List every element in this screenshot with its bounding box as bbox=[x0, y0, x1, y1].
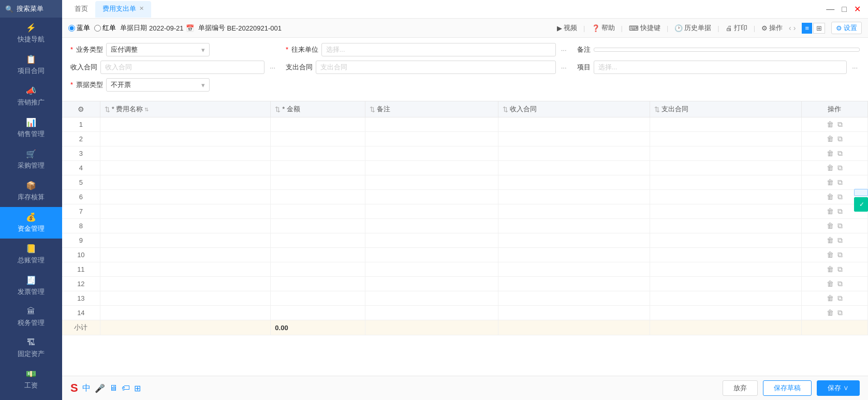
radio-red[interactable] bbox=[94, 25, 101, 32]
copy-row-btn[interactable]: ⧉ bbox=[837, 120, 843, 128]
copy-row-btn[interactable]: ⧉ bbox=[837, 236, 843, 244]
row-name[interactable] bbox=[100, 262, 271, 277]
row-amount[interactable] bbox=[271, 219, 365, 233]
grid-icon[interactable]: ⊞ bbox=[134, 383, 141, 393]
row-amount[interactable] bbox=[271, 248, 365, 262]
partner-dots-btn[interactable]: ··· bbox=[559, 46, 569, 54]
sidebar-item-ledger[interactable]: 📒 总账管理 bbox=[0, 239, 62, 270]
row-income[interactable] bbox=[498, 306, 650, 320]
row-amount[interactable] bbox=[271, 175, 365, 190]
delete-row-btn[interactable]: 🗑 bbox=[827, 236, 834, 244]
row-expense[interactable] bbox=[650, 291, 801, 306]
delete-row-btn[interactable]: 🗑 bbox=[827, 178, 834, 186]
remark-input[interactable] bbox=[594, 48, 860, 52]
sidebar-item-fixed-assets[interactable]: 🏗 固定资产 bbox=[0, 333, 62, 364]
copy-row-btn[interactable]: ⧉ bbox=[837, 207, 843, 215]
row-income[interactable] bbox=[498, 233, 650, 248]
copy-row-btn[interactable]: ⧉ bbox=[837, 164, 843, 172]
delete-row-btn[interactable]: 🗑 bbox=[827, 120, 834, 128]
row-name[interactable] bbox=[100, 175, 271, 190]
row-amount[interactable] bbox=[271, 306, 365, 320]
attachment-btn[interactable]: 附件 bbox=[854, 189, 868, 196]
project-dots[interactable]: ··· bbox=[850, 64, 860, 71]
row-expense[interactable] bbox=[650, 146, 801, 161]
copy-row-btn[interactable]: ⧉ bbox=[837, 308, 843, 317]
row-name[interactable] bbox=[100, 204, 271, 219]
row-expense[interactable] bbox=[650, 132, 801, 146]
delete-row-btn[interactable]: 🗑 bbox=[827, 279, 834, 288]
expense-contract-input[interactable]: 支出合同 bbox=[316, 61, 556, 74]
draft-btn[interactable]: 保存草稿 bbox=[763, 380, 812, 396]
row-income[interactable] bbox=[498, 175, 650, 190]
row-remark[interactable] bbox=[365, 190, 498, 204]
row-remark[interactable] bbox=[365, 248, 498, 262]
th-remark[interactable]: ⇅ 备注 bbox=[365, 101, 498, 117]
row-expense[interactable] bbox=[650, 204, 801, 219]
delete-row-btn[interactable]: 🗑 bbox=[827, 250, 834, 259]
row-income[interactable] bbox=[498, 262, 650, 277]
delete-row-btn[interactable]: 🗑 bbox=[827, 207, 834, 215]
copy-row-btn[interactable]: ⧉ bbox=[837, 265, 843, 273]
row-remark[interactable] bbox=[365, 233, 498, 248]
th-expense[interactable]: ⇅ 支出合同 bbox=[650, 101, 801, 117]
shortcut-btn[interactable]: ⌨ 快捷键 bbox=[629, 23, 660, 33]
delete-row-btn[interactable]: 🗑 bbox=[827, 265, 834, 273]
copy-row-btn[interactable]: ⧉ bbox=[837, 221, 843, 230]
sidebar-item-quick-nav[interactable]: ⚡ 快捷导航 bbox=[0, 18, 62, 49]
zhong-icon[interactable]: 中 bbox=[82, 383, 91, 394]
sidebar-item-invoice[interactable]: 🧾 发票管理 bbox=[0, 270, 62, 302]
ops-btn[interactable]: ⚙ 操作 bbox=[761, 23, 783, 33]
row-amount[interactable] bbox=[271, 233, 365, 248]
sidebar-item-tax[interactable]: 🏛 税务管理 bbox=[0, 302, 62, 333]
copy-row-btn[interactable]: ⧉ bbox=[837, 250, 843, 259]
th-income[interactable]: ⇅ 收入合同 bbox=[498, 101, 650, 117]
row-amount[interactable] bbox=[271, 190, 365, 204]
row-remark[interactable] bbox=[365, 277, 498, 291]
row-income[interactable] bbox=[498, 161, 650, 175]
row-remark[interactable] bbox=[365, 219, 498, 233]
row-expense[interactable] bbox=[650, 233, 801, 248]
green-float-btn[interactable]: ✓ bbox=[854, 197, 868, 212]
partner-input[interactable]: 选择... bbox=[321, 43, 556, 56]
sidebar-item-inventory[interactable]: 📦 库存核算 bbox=[0, 175, 62, 207]
row-name[interactable] bbox=[100, 277, 271, 291]
row-expense[interactable] bbox=[650, 190, 801, 204]
delete-row-btn[interactable]: 🗑 bbox=[827, 149, 834, 157]
delete-row-btn[interactable]: 🗑 bbox=[827, 294, 834, 302]
copy-row-btn[interactable]: ⧉ bbox=[837, 279, 843, 288]
row-income[interactable] bbox=[498, 277, 650, 291]
row-name[interactable] bbox=[100, 233, 271, 248]
radio-red-label[interactable]: 红单 bbox=[94, 23, 116, 33]
list-view-btn[interactable]: ≡ bbox=[802, 23, 812, 34]
row-name[interactable] bbox=[100, 219, 271, 233]
row-remark[interactable] bbox=[365, 204, 498, 219]
delete-row-btn[interactable]: 🗑 bbox=[827, 135, 834, 143]
row-amount[interactable] bbox=[271, 204, 365, 219]
sidebar-item-marketing[interactable]: 📣 营销推广 bbox=[0, 81, 62, 112]
row-remark[interactable] bbox=[365, 262, 498, 277]
th-amount[interactable]: ⇅ * 金额 bbox=[271, 101, 365, 117]
row-income[interactable] bbox=[498, 190, 650, 204]
th-name[interactable]: ⇅ * 费用名称 ⇅ bbox=[100, 101, 271, 117]
history-btn[interactable]: 🕑 历史单据 bbox=[674, 23, 711, 33]
sidebar-item-capital[interactable]: 💰 资金管理 bbox=[0, 207, 62, 239]
row-expense[interactable] bbox=[650, 277, 801, 291]
print-btn[interactable]: 🖨 打印 bbox=[726, 23, 747, 33]
tab-home[interactable]: 首页 bbox=[67, 1, 95, 18]
tab-close-expense[interactable]: ✕ bbox=[139, 5, 144, 12]
row-remark[interactable] bbox=[365, 175, 498, 190]
business-type-select[interactable]: 应付调整 ▾ bbox=[106, 43, 210, 56]
row-remark[interactable] bbox=[365, 291, 498, 306]
row-income[interactable] bbox=[498, 219, 650, 233]
project-input[interactable]: 选择... bbox=[594, 61, 847, 74]
copy-row-btn[interactable]: ⧉ bbox=[837, 149, 843, 157]
next-btn[interactable]: › bbox=[793, 24, 796, 32]
discard-btn[interactable]: 放弃 bbox=[723, 380, 758, 396]
window-minimize-btn[interactable]: — bbox=[824, 5, 836, 14]
row-name[interactable] bbox=[100, 248, 271, 262]
radio-blue[interactable] bbox=[68, 25, 75, 32]
row-remark[interactable] bbox=[365, 117, 498, 132]
date-value[interactable]: 2022-09-21 bbox=[149, 24, 184, 32]
row-income[interactable] bbox=[498, 248, 650, 262]
row-name[interactable] bbox=[100, 190, 271, 204]
